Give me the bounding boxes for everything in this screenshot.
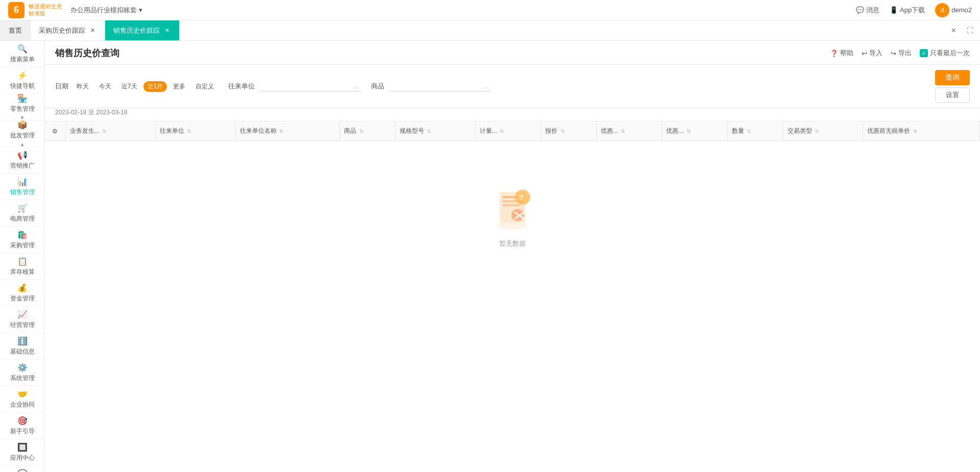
no-data-svg: ? [487,182,538,233]
date-range-text: 2023-02-18 至 2023-03-18 [55,109,127,116]
empty-text: 暂无数据 [499,239,526,248]
collaboration-icon: 🤝 [17,389,28,399]
sidebar-item-wholesale[interactable]: 📦 批发管理 ▲ [0,121,44,147]
sort-arrows-measure: ⇅ [500,128,504,134]
sidebar-item-app-center[interactable]: 🔲 应用中心 [0,439,44,466]
col-discount2[interactable]: 优惠... ⇅ [662,122,728,141]
today-button[interactable]: 今天 [95,81,115,92]
col-goods[interactable]: 商品 ⇅ [340,122,396,141]
sort-arrows-quantity: ⇅ [747,128,751,134]
sort-arrows-business-date: ⇅ [102,128,106,134]
sidebar-item-purchase[interactable]: 🛍️ 采购管理 [0,227,44,253]
tab-sales-history[interactable]: 销售历史价跟踪 ✕ [105,20,180,40]
sidebar-item-finance[interactable]: 💰 资金管理 [0,280,44,306]
import-button[interactable]: ↩ 导入 [862,49,883,58]
data-table: ⚙ 业务发生... ⇅ 往来单位 ⇅ 往来单位名称 ⇅ [45,122,980,289]
tab-sales-close-icon[interactable]: ✕ [163,27,171,35]
sidebar-item-collaboration[interactable]: 🤝 企业协同 [0,386,44,413]
sort-arrows-spec: ⇅ [427,128,431,134]
close-tab-button[interactable]: ✕ [947,25,960,37]
date-filter-label: 日期 [55,82,68,91]
sidebar-item-guide[interactable]: 🎯 新手引导 [0,413,44,439]
goods-input[interactable]: ... [388,81,491,91]
goods-filter-label: 商品 [371,82,384,91]
table-container: ⚙ 业务发生... ⇅ 往来单位 ⇅ 往来单位名称 ⇅ [45,122,980,472]
ecommerce-icon: 🛒 [17,203,28,213]
unit-input-dots[interactable]: ... [354,82,359,90]
app-center-icon: 🔲 [17,442,28,452]
help-button[interactable]: ❓ 帮助 [830,49,853,58]
col-trade-type[interactable]: 交易类型 ⇅ [783,122,863,141]
topbar: 6 畅捷通好生意 标准版 办公用品行业模拟账套 ▾ 💬 消息 📱 App下载 d… [0,0,980,20]
col-pretax-price[interactable]: 优惠前无税单价 ⇅ [863,122,980,141]
sort-arrows-pretax-price: ⇅ [913,128,917,134]
goods-input-dots[interactable]: ... [483,82,489,90]
tab-home[interactable]: 首页 [0,20,31,40]
download-icon: 📱 [890,6,898,14]
sidebar-item-basic-info[interactable]: ℹ️ 基础信息 [0,333,44,360]
purchase-icon: 🛍️ [17,230,28,240]
info-icon: ℹ️ [17,336,28,346]
expand-tab-button[interactable]: ⛶ [964,25,976,37]
sidebar-item-sales[interactable]: 📊 销售管理 [0,174,44,200]
user-menu[interactable]: d demo2 [935,3,972,17]
col-unit[interactable]: 往来单位 ⇅ [156,122,236,141]
topbar-left: 6 畅捷通好生意 标准版 办公用品行业模拟账套 ▾ [8,2,146,18]
yesterday-button[interactable]: 昨天 [72,81,93,92]
col-unit-measure[interactable]: 计量... ⇅ [475,122,541,141]
export-button[interactable]: ↪ 导出 [891,49,912,58]
page-header: 销售历史价查询 ❓ 帮助 ↩ 导入 ↪ 导出 ✓ 只看最后一次 [45,41,980,65]
col-discount1[interactable]: 优惠... ⇅ [596,122,662,141]
message-button[interactable]: 💬 消息 [856,6,879,15]
checkbox-icon: ✓ [920,49,928,57]
chevron-up-icon: ▲ [20,141,25,147]
search-icon: 🔍 [17,44,28,54]
avatar: d [935,3,949,17]
7days-button[interactable]: 近7天 [117,81,141,92]
tab-purchase-history[interactable]: 采购历史价跟踪 ✕ [31,20,105,40]
sort-arrows-price: ⇅ [560,128,565,134]
sidebar-item-marketing[interactable]: 📢 营销推广 [0,147,44,174]
sidebar-item-retail[interactable]: 🏪 零售管理 ▼ [0,94,44,121]
date-range-display: 2023-02-18 至 2023-03-18 [45,108,980,122]
settings-gear-icon: ⚙ [52,128,58,135]
sidebar-item-quick-nav[interactable]: ⚡ 快捷导航 [0,67,44,94]
page-actions: ❓ 帮助 ↩ 导入 ↪ 导出 ✓ 只看最后一次 [830,49,970,58]
retail-icon: 🏪 [17,93,28,103]
sort-arrows-unit: ⇅ [187,128,191,134]
custom-button[interactable]: 自定义 [191,81,218,92]
operations-icon: 📈 [17,310,28,319]
system-icon: ⚙️ [17,363,28,372]
quick-nav-icon: ⚡ [17,70,28,80]
col-unit-name[interactable]: 往来单位名称 ⇅ [235,122,340,141]
1month-button[interactable]: 近1月 [143,81,167,92]
sidebar-item-inventory[interactable]: 📋 库存核算 [0,253,44,280]
app-selector[interactable]: 办公用品行业模拟账套 ▾ [66,4,146,17]
unit-filter-group: 往来单位 ... [228,81,361,91]
svg-text:?: ? [519,193,524,201]
sidebar-item-operations[interactable]: 📈 经营管理 [0,306,44,333]
col-settings[interactable]: ⚙ [45,122,65,141]
app-download-button[interactable]: 📱 App下载 [890,6,925,15]
sidebar-item-search[interactable]: 🔍 搜索菜单 [0,41,44,67]
tabbar: 首页 采购历史价跟踪 ✕ 销售历史价跟踪 ✕ ✕ ⛶ [0,20,980,41]
sidebar-item-ecommerce[interactable]: 🛒 电商管理 [0,200,44,227]
finance-icon: 💰 [17,283,28,293]
query-button[interactable]: 查询 [935,70,970,85]
tab-purchase-close-icon[interactable]: ✕ [88,27,96,35]
col-price[interactable]: 报价 ⇅ [541,122,597,141]
table-header-row: ⚙ 业务发生... ⇅ 往来单位 ⇅ 往来单位名称 ⇅ [45,122,980,141]
col-quantity[interactable]: 数量 ⇅ [728,122,783,141]
svg-rect-4 [502,204,520,206]
col-business-date[interactable]: 业务发生... ⇅ [65,122,156,141]
sort-arrows-discount2: ⇅ [687,128,691,134]
unit-input[interactable]: ... [259,81,361,91]
tab-spacer [180,20,943,40]
message-icon: 💬 [856,6,864,14]
col-spec[interactable]: 规格型号 ⇅ [395,122,475,141]
sidebar-item-system[interactable]: ⚙️ 系统管理 [0,360,44,386]
sidebar-item-wechat[interactable]: 💬 企业微信 [0,466,44,472]
settings-button[interactable]: 设置 [935,87,970,103]
more-button[interactable]: 更多 [169,81,189,92]
only-last-checkbox[interactable]: ✓ 只看最后一次 [920,49,970,58]
